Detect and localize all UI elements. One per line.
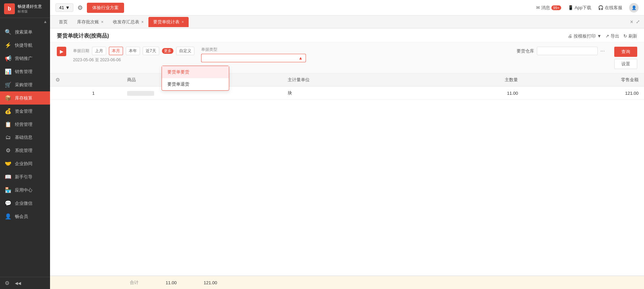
product-placeholder (127, 91, 154, 96)
warehouse-input[interactable] (537, 47, 598, 55)
warehouse-label: 要货仓库 (517, 48, 534, 54)
online-service-item[interactable]: 🎧 在线客服 (598, 5, 622, 11)
headset-icon: 🎧 (598, 5, 603, 10)
sidebar-item-purchase[interactable]: 🛒 采购管理 (0, 78, 50, 91)
tab-receive-summary-label: 收发存汇总表 (113, 19, 139, 25)
date-filter-label: 单据日期 (73, 48, 89, 54)
finance-icon: 💰 (5, 108, 11, 114)
tab-receive-summary-close[interactable]: × (141, 20, 144, 24)
date-btn-this-month[interactable]: 本月 (109, 47, 123, 55)
warehouse-more-icon[interactable]: ··· (600, 48, 605, 54)
row-unit-cell: 块 (282, 87, 422, 100)
date-filter-group: 单据日期 上月 本月 本年 近7天 更多 自定义 2023-05-06 至 20… (73, 47, 194, 63)
marketing-icon: 📢 (5, 55, 11, 62)
sidebar-item-finance[interactable]: 💰 资金管理 (0, 105, 50, 118)
row-quantity-cell: 11.00 (422, 87, 523, 100)
sidebar-label-marketing: 营销推广 (15, 55, 32, 62)
search-icon: 🔍 (5, 29, 11, 35)
sidebar-item-appstore[interactable]: 🏪 应用中心 (0, 183, 50, 197)
window-expand-icon[interactable]: ⤢ (636, 19, 640, 25)
sidebar: b 畅捷通好生意 标准版 ▲ 🔍 搜索菜单 ⚡ 快捷导航 📢 营销推广 📊 销售… (0, 0, 50, 289)
print-button[interactable]: 🖨 按模板打印 ▼ (568, 33, 601, 39)
sidebar-collapse-icon[interactable]: ◀◀ (15, 281, 21, 286)
user-avatar[interactable]: 👤 (629, 3, 639, 13)
tab-order-summary-close[interactable]: × (182, 20, 184, 24)
sidebar-item-sales[interactable]: 📊 销售管理 (0, 65, 50, 78)
avatar-placeholder: 👤 (631, 5, 637, 10)
col-quantity-header: 主数量 (422, 73, 523, 87)
row-amount-cell: 121.00 (523, 87, 644, 100)
sidebar-label-basic: 基础信息 (15, 134, 32, 140)
tab-home[interactable]: 首页 (54, 17, 72, 27)
enterprise-icon: 🤝 (5, 160, 11, 167)
query-button[interactable]: 查询 (614, 47, 637, 57)
tab-receive-summary[interactable]: 收发存汇总表 × (108, 17, 148, 27)
sidebar-item-basic[interactable]: 🗂 基础信息 (0, 131, 50, 144)
page-title: 要货单统计表(按商品) (57, 32, 109, 40)
table-footer: 合计 11.00 121.00 (50, 275, 644, 289)
main-table: ⚙ 商品 主计量单位 主数量 零售金额 1 (50, 73, 644, 100)
app-download-label: App下载 (575, 5, 591, 11)
table-row: 1 块 11.00 121.00 (50, 87, 644, 100)
header-left: 41 ▼ ⚙ 体验行业方案 (55, 3, 124, 13)
phone-icon: 📱 (568, 5, 573, 10)
type-dropdown-arrow[interactable]: ▲ (296, 54, 306, 62)
export-icon: ↗ (605, 34, 609, 39)
sidebar-item-shortcuts[interactable]: ⚡ 快捷导航 (0, 39, 50, 52)
main-content: 41 ▼ ⚙ 体验行业方案 ✉ 消息 99+ 📱 App下载 🎧 在线客服 👤 (50, 0, 644, 289)
tab-inventory-batch-close[interactable]: × (101, 20, 103, 24)
message-item[interactable]: ✉ 消息 99+ (536, 5, 561, 11)
sales-icon: 📊 (5, 68, 11, 75)
date-more-badge[interactable]: 更多 (162, 48, 173, 54)
sidebar-item-system[interactable]: ⚙ 系统管理 (0, 144, 50, 157)
date-btn-this-year[interactable]: 本年 (126, 47, 140, 55)
refresh-icon: ↻ (623, 34, 627, 39)
window-close-icon[interactable]: × (630, 19, 633, 25)
col-settings-gear[interactable]: ⚙ (55, 77, 60, 83)
dropdown-item-order-return[interactable]: 要货单退货 (162, 78, 229, 90)
type-input-row: ▲ (201, 54, 306, 62)
tab-order-summary-label: 要货单统计表 (153, 19, 180, 25)
logo-icon: b (4, 3, 15, 14)
export-button[interactable]: ↗ 导出 (605, 33, 619, 39)
trial-button[interactable]: 体验行业方案 (87, 3, 124, 13)
sidebar-label-guide: 新手引导 (15, 174, 32, 180)
tab-order-summary[interactable]: 要货单统计表 × (148, 17, 189, 27)
tab-inventory-batch-label: 库存批次账 (77, 19, 99, 25)
sidebar-settings-icon[interactable]: ⚙ (5, 280, 9, 286)
col-unit-header: 主计量单位 (282, 73, 422, 87)
basic-icon: 🗂 (5, 134, 11, 140)
sidebar-bottom: ⚙ ◀◀ (0, 277, 50, 289)
refresh-button[interactable]: ↻ 刷新 (623, 33, 637, 39)
shortcuts-icon: ⚡ (5, 42, 11, 48)
sidebar-label-finance: 资金管理 (15, 108, 32, 114)
type-input[interactable] (201, 54, 296, 62)
type-dropdown: 要货单要货 要货单退货 (162, 66, 229, 91)
page-content: 要货单统计表(按商品) 🖨 按模板打印 ▼ ↗ 导出 ↻ 刷新 (50, 28, 644, 289)
sidebar-collapse-arrow[interactable]: ▲ (43, 19, 47, 24)
sidebar-item-enterprise[interactable]: 🤝 企业协同 (0, 157, 50, 170)
sidebar-label-purchase: 采购管理 (15, 82, 32, 88)
sidebar-item-search[interactable]: 🔍 搜索菜单 (0, 25, 50, 39)
row-index-cell: 1 (65, 87, 122, 100)
date-btn-custom[interactable]: 自定义 (176, 47, 194, 55)
dropdown-item-order-goods[interactable]: 要货单要货 (162, 66, 229, 78)
header-settings-icon[interactable]: ⚙ (77, 4, 83, 12)
store-selector[interactable]: 41 ▼ (55, 3, 73, 12)
sidebar-item-member[interactable]: 👤 畅会员 (0, 210, 50, 223)
filter-settings-button[interactable]: 设置 (614, 59, 637, 69)
sidebar-item-marketing[interactable]: 📢 营销推广 (0, 52, 50, 65)
filter-expand-button[interactable]: ▶ (57, 47, 66, 56)
tab-inventory-batch[interactable]: 库存批次账 × (72, 17, 108, 27)
sidebar-item-operation[interactable]: 📋 经营管理 (0, 118, 50, 131)
filter-bar: ▶ 单据日期 上月 本月 本年 近7天 更多 自定义 2023-05-06 至 … (50, 43, 644, 73)
app-download-item[interactable]: 📱 App下载 (568, 5, 591, 11)
col-amount-header: 零售金额 (523, 73, 644, 87)
sidebar-label-wechat: 企业微信 (15, 200, 32, 206)
date-btn-last-month[interactable]: 上月 (92, 47, 106, 55)
date-btn-last-7[interactable]: 近7天 (143, 47, 159, 55)
sidebar-item-inventory[interactable]: 📦 库存核算 (0, 91, 50, 105)
sidebar-item-wechat[interactable]: 💬 企业微信 (0, 197, 50, 210)
sidebar-label-shortcuts: 快捷导航 (15, 42, 32, 48)
sidebar-item-guide[interactable]: 📖 新手引导 (0, 170, 50, 183)
